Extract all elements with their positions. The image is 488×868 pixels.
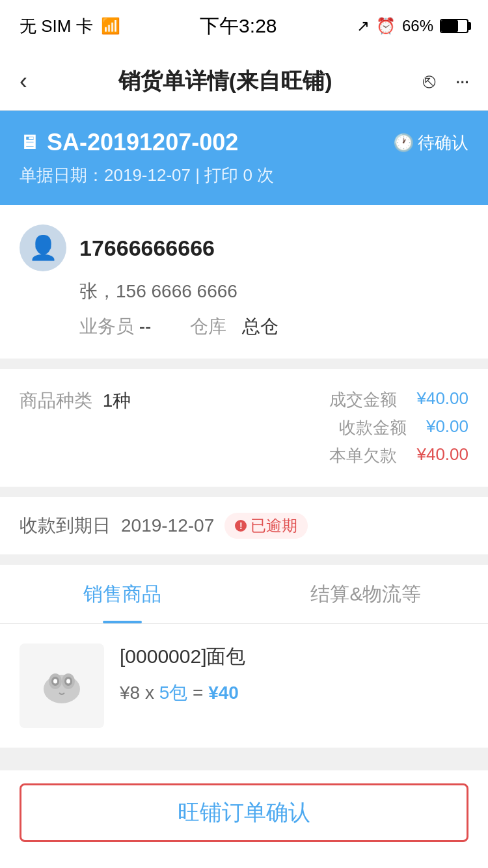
confirm-button-label: 旺铺订单确认 <box>178 798 310 828</box>
navigation-bar: ‹ 销货单详情(来自旺铺) ⎋ ··· <box>0 52 488 111</box>
transaction-value: ¥40.00 <box>416 388 468 411</box>
salesperson-label: 业务员 <box>79 316 134 336</box>
tab-settlement-label: 结算&物流等 <box>310 581 421 608</box>
product-price: ¥8 x 5包 = ¥40 <box>120 681 468 705</box>
overdue-dot-icon: ! <box>235 520 247 532</box>
price-total: ¥40 <box>208 683 239 703</box>
debt-row: 本单欠款 ¥40.00 <box>329 444 468 467</box>
doc-date: 单据日期：2019-12-07 | 打印 0 次 <box>20 164 468 187</box>
customer-row: 👤 17666666666 <box>20 224 468 271</box>
carrier-label: 无 SIM 卡 <box>20 15 93 38</box>
confirm-button-wrap: 旺铺订单确认 <box>0 770 488 868</box>
product-info: [0000002]面包 ¥8 x 5包 = ¥40 <box>120 644 468 728</box>
warehouse-section: 仓库 总仓 <box>190 314 278 339</box>
battery-icon <box>440 19 468 33</box>
header-top-row: 🖥 SA-20191207-002 🕐 待确认 <box>20 129 468 156</box>
order-status: 🕐 待确认 <box>393 131 468 154</box>
product-type-section: 商品种类 1种 <box>20 388 131 413</box>
payment-row: 收款金额 ¥0.00 <box>339 416 468 439</box>
payment-value: ¥0.00 <box>426 416 468 439</box>
product-type-label: 商品种类 <box>20 390 92 411</box>
order-header-card: 🖥 SA-20191207-002 🕐 待确认 单据日期：2019-12-07 … <box>0 111 488 205</box>
summary-row: 商品种类 1种 成交金额 ¥40.00 收款金额 ¥0.00 本单欠款 ¥40.… <box>20 388 468 467</box>
price-eq: = <box>187 683 208 703</box>
customer-name: 张，156 6666 6666 <box>79 279 468 304</box>
tab-sales-label: 销售商品 <box>83 581 161 608</box>
time-display: 下午3:28 <box>200 13 277 40</box>
svg-point-6 <box>66 679 70 683</box>
tabs-bar: 销售商品 结算&物流等 <box>0 565 488 624</box>
overdue-badge: ! 已逾期 <box>224 513 308 539</box>
overdue-text: 已逾期 <box>251 515 297 536</box>
summary-card: 商品种类 1种 成交金额 ¥40.00 收款金额 ¥0.00 本单欠款 ¥40.… <box>0 369 488 487</box>
order-number: 🖥 SA-20191207-002 <box>20 129 238 156</box>
price-qty: 5包 <box>159 683 188 703</box>
alarm-icon: ⏰ <box>376 17 396 35</box>
svg-point-5 <box>53 679 57 683</box>
back-button[interactable]: ‹ <box>20 68 27 95</box>
amounts-section: 成交金额 ¥40.00 收款金额 ¥0.00 本单欠款 ¥40.00 <box>329 388 468 467</box>
customer-meta: 业务员 -- 仓库 总仓 <box>79 314 468 339</box>
debt-label: 本单欠款 <box>329 444 397 467</box>
debt-value: ¥40.00 <box>416 444 468 467</box>
customer-avatar: 👤 <box>20 224 66 271</box>
product-name: [0000002]面包 <box>120 644 468 670</box>
transaction-label: 成交金额 <box>329 388 397 411</box>
payment-label: 收款金额 <box>339 416 407 439</box>
avatar-icon: 👤 <box>29 234 58 262</box>
customer-card: 👤 17666666666 张，156 6666 6666 业务员 -- 仓库 … <box>0 205 488 359</box>
battery-text: 66% <box>402 17 433 35</box>
customer-phone: 17666666666 <box>79 236 215 261</box>
warehouse-value: 总仓 <box>242 316 278 336</box>
more-button[interactable]: ··· <box>455 69 468 93</box>
page-title: 销货单详情(来自旺铺) <box>118 66 332 96</box>
wifi-icon: 📶 <box>101 17 120 35</box>
status-right: ↗ ⏰ 66% <box>357 17 468 35</box>
order-number-text: SA-20191207-002 <box>47 129 238 156</box>
share-button[interactable]: ⎋ <box>423 69 435 93</box>
product-image <box>20 644 104 728</box>
salesperson-value: -- <box>139 316 152 336</box>
order-icon: 🖥 <box>20 131 39 154</box>
status-left: 无 SIM 卡 📶 <box>20 15 120 38</box>
warehouse-label: 仓库 <box>190 316 226 336</box>
salesperson-section: 业务员 -- <box>79 314 151 339</box>
product-type-value: 1种 <box>103 390 131 411</box>
tab-sales-products[interactable]: 销售商品 <box>0 565 244 623</box>
due-date-label: 收款到期日 <box>20 513 111 538</box>
status-bar: 无 SIM 卡 📶 下午3:28 ↗ ⏰ 66% <box>0 0 488 52</box>
product-card: [0000002]面包 ¥8 x 5包 = ¥40 <box>0 624 488 748</box>
price-base: ¥8 x <box>120 683 159 703</box>
product-owl-icon <box>36 657 88 716</box>
tab-settlement[interactable]: 结算&物流等 <box>244 565 488 623</box>
due-date-card: 收款到期日 2019-12-07 ! 已逾期 <box>0 497 488 554</box>
nav-actions: ⎋ ··· <box>423 69 468 93</box>
status-text: 待确认 <box>418 131 468 154</box>
transaction-row: 成交金额 ¥40.00 <box>329 388 468 411</box>
confirm-order-button[interactable]: 旺铺订单确认 <box>20 783 468 842</box>
due-date-value: 2019-12-07 <box>121 515 214 536</box>
svg-point-0 <box>44 675 80 703</box>
location-icon: ↗ <box>357 17 370 35</box>
clock-icon: 🕐 <box>393 133 414 153</box>
